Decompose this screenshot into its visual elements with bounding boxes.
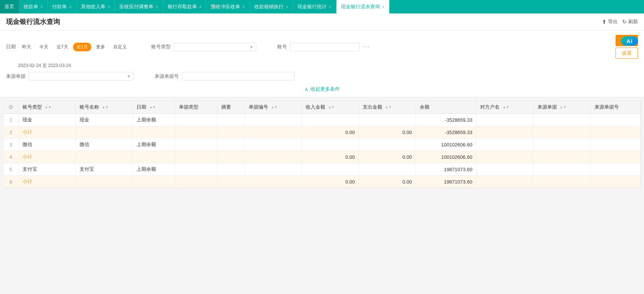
- nav-tab-2[interactable]: 其他收入单 ×: [77, 0, 115, 13]
- cell-expense: [359, 114, 416, 126]
- cell-source-doc-num: [590, 151, 640, 163]
- refresh-button[interactable]: ↻ 刷新: [622, 18, 638, 25]
- close-icon[interactable]: ×: [156, 4, 158, 9]
- cell-account-name: [75, 176, 132, 188]
- close-icon[interactable]: ×: [286, 4, 288, 9]
- page-header: 现金银行流水查询 ⬆ 导出 ↻ 刷新: [0, 13, 644, 30]
- sort-icon: ▲▼: [45, 106, 51, 109]
- date-btn-7days[interactable]: 近7天: [53, 43, 72, 51]
- cell-income: [302, 114, 359, 126]
- header-actions: ⬆ 导出 ↻ 刷新: [602, 18, 638, 25]
- col-income[interactable]: 收入金额 ▲▼: [302, 101, 359, 114]
- nav-tab-4[interactable]: 银行存取款单 ×: [163, 0, 206, 13]
- close-icon[interactable]: ×: [242, 4, 245, 9]
- cell-doc-type: [175, 139, 217, 151]
- cell-doc-type: [175, 114, 217, 126]
- nav-home-label: 首页: [5, 3, 14, 10]
- nav-tab-5[interactable]: 预收冲应收单 ×: [206, 0, 249, 13]
- date-btn-1month[interactable]: 近1月: [73, 43, 92, 51]
- more-icon[interactable]: ···: [363, 43, 370, 50]
- date-btn-custom[interactable]: 自定义: [110, 43, 130, 51]
- nav-tab-6[interactable]: 收款核销执行 ×: [250, 0, 293, 13]
- date-btn-today[interactable]: 今天: [36, 43, 52, 51]
- source-doc-label: 来源单据: [6, 73, 26, 80]
- col-date[interactable]: 日期 ▲▼: [133, 101, 175, 114]
- close-icon[interactable]: ×: [199, 4, 201, 9]
- cell-income: [302, 139, 359, 151]
- account-label: 账号: [277, 43, 287, 50]
- table-row: 6 小计 0.00 0.00 19871073.60: [3, 176, 641, 188]
- collapse-label: 收起更多条件: [311, 86, 340, 93]
- cell-account-type: 小计: [18, 176, 75, 188]
- cell-counterpart: [476, 163, 533, 176]
- cell-account-type: 小计: [18, 126, 75, 139]
- nav-home[interactable]: 首页: [0, 0, 19, 13]
- cell-summary: [217, 176, 245, 188]
- cell-account-name: 支付宝: [75, 163, 132, 176]
- source-doc-select[interactable]: ▾: [29, 72, 134, 81]
- settings-button[interactable]: 设置: [615, 48, 638, 59]
- close-icon[interactable]: ×: [382, 4, 384, 9]
- date-range-display: 2023-02-24 至 2023-03-24: [6, 63, 638, 69]
- cell-account-type: 小计: [18, 151, 75, 163]
- cell-balance: 100102606.60: [416, 139, 476, 151]
- nav-tab-8[interactable]: 现金银行流水查询 ×: [336, 0, 389, 13]
- col-account-name[interactable]: 账号名称 ▲▼: [75, 101, 132, 114]
- col-counterpart[interactable]: 对方户名 ▲▼: [476, 101, 533, 114]
- close-icon[interactable]: ×: [41, 4, 43, 9]
- cell-source-doc-num: [590, 163, 640, 176]
- col-account-type[interactable]: 账号类型 ▲▼: [18, 101, 75, 114]
- cell-account-name: 微信: [75, 139, 132, 151]
- account-input[interactable]: [290, 43, 360, 51]
- nav-tab-1[interactable]: 付款单 ×: [48, 0, 76, 13]
- ai-badge[interactable]: Ai: [621, 36, 638, 46]
- source-doc-num-input[interactable]: [182, 72, 294, 81]
- cell-source-doc: [533, 139, 590, 151]
- top-nav: 首页 收款单 × 付款单 × 其他收入单 × 应收应付调整单 × 银行存取款单 …: [0, 0, 644, 13]
- cell-doc-type: [175, 176, 217, 188]
- cell-source-doc-num: [590, 114, 640, 126]
- collapse-bar[interactable]: ∧ 收起更多条件: [6, 84, 638, 93]
- col-summary: 摘要: [217, 101, 245, 114]
- close-icon[interactable]: ×: [329, 4, 331, 9]
- cell-account-name: [75, 151, 132, 163]
- cell-account-type: 现金: [18, 114, 75, 126]
- date-btn-more[interactable]: 更多: [93, 43, 108, 51]
- nav-tab-0[interactable]: 收款单 ×: [19, 0, 48, 13]
- date-btn-yesterday[interactable]: 昨天: [19, 43, 35, 51]
- col-balance: 余额: [416, 101, 476, 114]
- cell-source-doc-num: [590, 126, 640, 139]
- gear-column[interactable]: ⚙: [3, 101, 18, 114]
- cell-income: 0.00: [302, 151, 359, 163]
- cell-doc-num: [245, 151, 302, 163]
- cell-date: [133, 176, 175, 188]
- chevron-down-icon: ▾: [128, 73, 130, 79]
- account-filter-group: 账号 ···: [277, 43, 370, 51]
- filter-area: 日期 昨天 今天 近7天 近1月 更多 自定义 账号类型 ▾ 账号 ···: [0, 30, 644, 97]
- page-title: 现金银行流水查询: [6, 17, 60, 26]
- col-expense[interactable]: 支出金额 ▲▼: [359, 101, 416, 114]
- row-num: 5: [3, 163, 18, 176]
- col-source-doc[interactable]: 来源单据 ▲▼: [533, 101, 590, 114]
- nav-tab-7[interactable]: 现金银行统计 ×: [293, 0, 336, 13]
- cell-date: 上期余额: [133, 114, 175, 126]
- col-doc-num[interactable]: 单据编号 ▲▼: [245, 101, 302, 114]
- sort-icon: ▲▼: [102, 106, 108, 109]
- cell-account-type: 微信: [18, 139, 75, 151]
- cell-counterpart: [476, 126, 533, 139]
- cell-balance: -3528659.33: [416, 114, 476, 126]
- export-icon: ⬆: [602, 19, 606, 25]
- cell-counterpart: [476, 151, 533, 163]
- date-options: 昨天 今天 近7天 近1月 更多 自定义: [19, 43, 130, 51]
- cell-balance: 100102606.60: [416, 151, 476, 163]
- source-doc-num-label: 来源单据号: [155, 73, 179, 80]
- account-type-select[interactable]: ▾: [174, 43, 256, 51]
- date-range-text: 2023-02-24 至 2023-03-24: [18, 63, 71, 68]
- close-icon[interactable]: ×: [69, 4, 71, 9]
- cell-source-doc: [533, 151, 590, 163]
- col-doc-type: 单据类型: [175, 101, 217, 114]
- cell-doc-type: [175, 126, 217, 139]
- close-icon[interactable]: ×: [108, 4, 110, 9]
- nav-tab-3[interactable]: 应收应付调整单 ×: [115, 0, 163, 13]
- export-button[interactable]: ⬆ 导出: [602, 18, 618, 25]
